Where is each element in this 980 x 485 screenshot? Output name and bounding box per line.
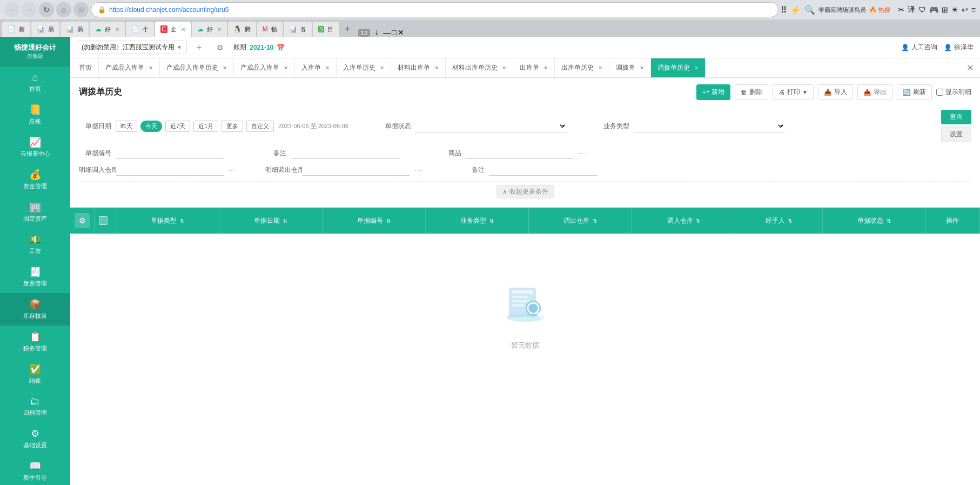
refresh-page-button[interactable]: 🔄 刷新 — [897, 84, 932, 100]
game-icon[interactable]: 🎮 — [929, 5, 938, 14]
handler-sort-icon[interactable]: ⇅ — [788, 218, 792, 224]
page-tab-home[interactable]: 首页 — [72, 58, 99, 78]
biz-type-sort-icon[interactable]: ⇅ — [489, 218, 494, 224]
add-company-button[interactable]: + — [191, 40, 207, 55]
browser-tab-11[interactable]: S 目 — [313, 22, 339, 37]
extensions-icon[interactable]: ⠿ — [781, 5, 787, 15]
search-web-icon[interactable]: 🔍 — [804, 5, 815, 15]
export-button[interactable]: 📤 导出 — [857, 84, 892, 100]
detail-in-more-icon[interactable]: ··· — [228, 165, 235, 175]
page-tab-product-in-close[interactable]: ✕ — [149, 65, 153, 71]
page-tab-in-order-close[interactable]: ✕ — [325, 65, 330, 71]
close-browser-icon[interactable]: ✕ — [398, 28, 404, 37]
browser-tab-9[interactable]: M 畅 — [257, 22, 283, 37]
refresh-browser-button[interactable]: ↻ — [39, 2, 54, 17]
th-doc-num[interactable]: 单据编号 ⇅ — [323, 208, 426, 234]
theme-icon[interactable]: ☀ — [951, 5, 958, 14]
downloads-icon[interactable]: ↓ — [374, 27, 379, 37]
week-button[interactable]: 近7天 — [165, 121, 190, 132]
security-icon[interactable]: 🛡 — [918, 5, 926, 14]
in-warehouse-sort-icon[interactable]: ⇅ — [696, 218, 700, 224]
th-checkbox[interactable] — [95, 208, 116, 234]
biz-type-select[interactable] — [634, 120, 785, 132]
close-all-tabs-button[interactable]: ✕ — [962, 63, 978, 73]
page-tab-transfer-history-close[interactable]: ✕ — [694, 65, 699, 71]
address-bar[interactable]: 🔒 https://cloud.chanjet.com/accounting/u… — [91, 2, 778, 17]
sidebar-item-closing[interactable]: ✅ 结账 — [0, 358, 70, 390]
sidebar-item-funds[interactable]: 💰 资金管理 — [0, 163, 70, 196]
sidebar-item-inventory[interactable]: 📦 库存核算 — [0, 293, 70, 325]
browser-tab-8[interactable]: 🐧 腾 — [228, 22, 256, 37]
out-warehouse-sort-icon[interactable]: ⇅ — [593, 218, 597, 224]
th-out-warehouse[interactable]: 调出仓库 ⇅ — [529, 208, 632, 234]
page-tab-material-out-history-close[interactable]: ✕ — [502, 65, 506, 71]
menu-icon[interactable]: ≡ — [971, 5, 976, 14]
browser-tab-7[interactable]: ☁ 好 ✕ — [192, 22, 227, 37]
collapse-button[interactable]: ∧ 收起更多条件 — [496, 185, 554, 198]
new-tab-button[interactable]: + — [340, 22, 355, 37]
print-button[interactable]: 🖨 打印 ▼ — [773, 84, 814, 100]
more-dates-button[interactable]: 更多 — [221, 121, 243, 132]
search-button[interactable]: 查询 — [941, 110, 971, 124]
page-tab-material-out[interactable]: 材料出库单 ✕ — [391, 58, 446, 78]
sidebar-item-settings[interactable]: ⚙ 基础设置 — [0, 422, 70, 455]
filter-setting-button[interactable]: 设置 — [941, 127, 971, 142]
forward-button[interactable]: → — [22, 2, 37, 17]
calendar-icon[interactable]: 📅 — [277, 44, 285, 51]
browser-tab-3[interactable]: 📊 易 — [61, 22, 89, 37]
table-settings-icon[interactable]: ⚙ — [75, 213, 90, 228]
browser-tab-10[interactable]: 📊 各 — [284, 22, 312, 37]
page-tab-product-in[interactable]: 产成品入库单 ✕ — [99, 58, 160, 78]
th-in-warehouse[interactable]: 调入仓库 ⇅ — [632, 208, 735, 234]
th-doc-date[interactable]: 单据日期 ⇅ — [219, 208, 323, 234]
sidebar-item-wages[interactable]: 💵 工资 — [0, 228, 70, 261]
detail-out-more-icon[interactable]: ··· — [414, 165, 421, 175]
th-doc-status[interactable]: 单据状态 ⇅ — [822, 208, 925, 234]
tools-icon[interactable]: ✂ — [898, 5, 904, 14]
sidebar-item-tax[interactable]: 📋 税务管理 — [0, 325, 70, 358]
page-tab-transfer[interactable]: 调拨单 ✕ — [609, 58, 651, 78]
page-tab-product-in-history[interactable]: 产成品入库单历史 ✕ — [160, 58, 234, 78]
service-button[interactable]: 👤 人工咨询 — [901, 43, 937, 52]
doc-num-sort-icon[interactable]: ⇅ — [386, 218, 391, 224]
sidebar-item-archive[interactable]: 🗂 归档管理 — [0, 390, 70, 422]
sidebar-item-ledger[interactable]: 📒 总账 — [0, 98, 70, 131]
detail-out-input[interactable] — [302, 164, 410, 176]
company-selector[interactable]: (勿删勿禁用）江西服宝测试专用 ▼ — [77, 41, 187, 54]
page-tab-transfer-close[interactable]: ✕ — [640, 65, 644, 71]
th-doc-type[interactable]: 单据类型 ⇅ — [116, 208, 219, 234]
translate-icon[interactable]: 译 — [908, 5, 915, 15]
yesterday-button[interactable]: 昨天 — [116, 121, 137, 132]
goods-more-icon[interactable]: ··· — [578, 149, 585, 158]
sidebar-item-guide[interactable]: 📖 新手引导 — [0, 455, 70, 485]
page-tab-out-history[interactable]: 出库单历史 ✕ — [555, 58, 609, 78]
today-button[interactable]: 今天 — [140, 121, 162, 132]
back-button[interactable]: ← — [4, 2, 19, 17]
sidebar-item-home[interactable]: ⌂ 首页 — [0, 67, 70, 98]
status-select[interactable]: 草稿 已审核 — [415, 120, 567, 132]
browser-tab-2[interactable]: 📊 易 — [31, 22, 59, 37]
month-button[interactable]: 近1月 — [193, 121, 218, 132]
delete-button[interactable]: 🗑 删除 — [735, 84, 768, 100]
page-tab-product-in-history-close[interactable]: ✕ — [223, 65, 227, 71]
remark-input[interactable] — [291, 148, 399, 159]
page-tab-in-history-close[interactable]: ✕ — [380, 65, 384, 71]
user-profile[interactable]: 👤 徐泽华 — [944, 43, 974, 52]
import-button[interactable]: 📥 导入 — [818, 84, 853, 100]
tab-6-close-icon[interactable]: ✕ — [181, 26, 185, 32]
home-browser-button[interactable]: ⌂ — [56, 2, 71, 17]
th-settings[interactable]: ⚙ — [70, 208, 95, 234]
show-detail-checkbox-label[interactable]: 显示明细 — [936, 88, 971, 97]
sidebar-item-invoice[interactable]: 🧾 发票管理 — [0, 261, 70, 293]
browser-tab-5[interactable]: 📄 个 — [126, 22, 154, 37]
page-tab-in-order[interactable]: 入库单 ✕ — [295, 58, 337, 78]
doc-status-sort-icon[interactable]: ⇅ — [887, 218, 891, 224]
doc-type-sort-icon[interactable]: ⇅ — [180, 218, 184, 224]
sidebar-item-reports[interactable]: 📈 云报表中心 — [0, 131, 70, 163]
grid-icon[interactable]: ⊞ — [942, 5, 948, 14]
page-tab-in-history[interactable]: 入库单历史 ✕ — [337, 58, 391, 78]
page-tab-material-out-close[interactable]: ✕ — [434, 65, 439, 71]
print-dropdown-arrow[interactable]: ▼ — [802, 89, 808, 95]
th-handler[interactable]: 经手人 ⇅ — [735, 208, 823, 234]
doc-num-input[interactable] — [116, 148, 224, 159]
